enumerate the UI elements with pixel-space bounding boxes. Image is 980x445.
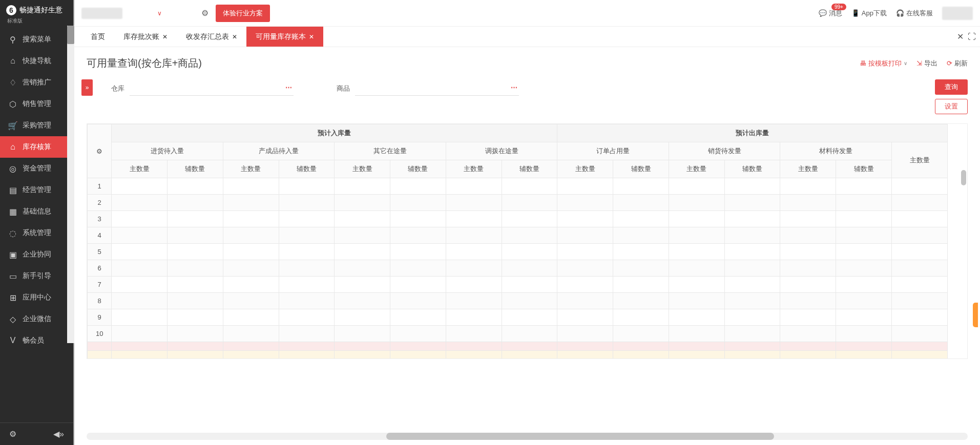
tab-close-icon[interactable]: ✕ — [162, 33, 168, 40]
tab-收发存汇总表[interactable]: 收发存汇总表✕ — [177, 27, 246, 47]
refresh-icon: ⟳ — [947, 59, 952, 67]
cell — [502, 293, 557, 309]
cell — [446, 227, 502, 244]
cell — [780, 342, 836, 351]
sidebar-item-app-center[interactable]: ⊞应用中心 — [0, 287, 73, 308]
cell — [390, 260, 446, 277]
row-number: 6 — [88, 260, 112, 277]
sidebar-item-guide[interactable]: ▭新手引导 — [0, 265, 73, 287]
cell — [223, 195, 279, 211]
sidebar-item-system[interactable]: ◌系统管理 — [0, 222, 73, 244]
cell — [168, 351, 223, 359]
table-horizontal-thumb[interactable] — [386, 433, 774, 440]
company-name-blurred — [81, 8, 122, 19]
cell — [502, 326, 557, 342]
cell — [223, 277, 279, 293]
warehouse-input[interactable] — [130, 81, 294, 95]
user-avatar-blurred[interactable] — [942, 7, 973, 20]
sidebar-item-wechat-work[interactable]: ◇企业微信 — [0, 308, 73, 330]
cell — [613, 342, 669, 351]
messages-link[interactable]: 💬 消息 99+ — [819, 9, 842, 18]
filter-settings-button[interactable]: 设置 — [935, 99, 968, 114]
cell — [892, 309, 948, 326]
product-more-icon[interactable]: ⋯ — [511, 83, 518, 91]
export-icon: ⇲ — [916, 59, 922, 67]
try-industry-button[interactable]: 体验行业方案 — [216, 5, 270, 22]
company-selector[interactable]: ∨ — [81, 8, 194, 19]
product-input[interactable] — [355, 81, 519, 95]
header-gear-icon[interactable]: ⚙ — [199, 6, 211, 20]
cell — [279, 277, 335, 293]
cell — [557, 351, 613, 359]
cell — [446, 244, 502, 260]
col-sub: 进货待入量 — [112, 142, 223, 160]
cell — [836, 326, 892, 342]
sidebar-item-enterprise-collab[interactable]: ▣企业协同 — [0, 244, 73, 265]
sidebar-scrollbar[interactable] — [67, 26, 74, 343]
sidebar-item-quick-nav[interactable]: ⌂快捷导航 — [0, 50, 73, 72]
sidebar-item-purchase[interactable]: 🛒采购管理 — [0, 115, 73, 136]
tab-库存批次账[interactable]: 库存批次账✕ — [114, 27, 177, 47]
fullscreen-icon[interactable]: ⛶ — [968, 32, 976, 41]
cell — [335, 178, 390, 195]
sidebar-item-operations[interactable]: ▤经营管理 — [0, 179, 73, 201]
cell — [557, 227, 613, 244]
table-gear-header[interactable]: ⚙ — [88, 124, 112, 178]
sidebar-item-label: 企业微信 — [23, 314, 51, 324]
cell — [502, 277, 557, 293]
table-scroll[interactable]: ⚙预计入库量预计出库量进货待入量产成品待入量其它在途量调拨在途量订单占用量销货待… — [87, 123, 968, 359]
export-label: 导出 — [924, 59, 937, 68]
cell — [780, 244, 836, 260]
cell — [168, 227, 223, 244]
tab-首页[interactable]: 首页 — [81, 27, 114, 47]
sidebar-item-label: 采购管理 — [23, 121, 51, 130]
cell — [335, 351, 390, 359]
filter-collapse-toggle[interactable]: » — [81, 79, 93, 96]
table-horizontal-scrollbar[interactable] — [87, 433, 968, 440]
refresh-action[interactable]: ⟳ 刷新 — [947, 59, 968, 68]
cell — [780, 227, 836, 244]
sidebar-scroll-thumb[interactable] — [67, 26, 74, 44]
sidebar: 6 畅捷通好生意 标准版 ⚲搜索菜单⌂快捷导航♢营销推广⬡销售管理🛒采购管理⌂库… — [0, 0, 74, 445]
float-side-button[interactable] — [973, 303, 978, 327]
online-service-link[interactable]: 🎧 在线客服 — [896, 9, 933, 18]
tab-close-icon[interactable]: ✕ — [232, 33, 237, 40]
page-header: 可用量查询(按仓库+商品) 🖶 按模板打印 ∨ ⇲ 导出 ⟳ 刷新 — [74, 47, 980, 76]
table-vertical-scrollbar[interactable] — [961, 170, 966, 293]
cell — [390, 277, 446, 293]
cell — [112, 277, 168, 293]
export-action[interactable]: ⇲ 导出 — [916, 59, 937, 68]
sidebar-item-label: 企业协同 — [23, 250, 51, 259]
sidebar-item-basic-info[interactable]: ▦基础信息 — [0, 201, 73, 222]
row-number: 5 — [88, 244, 112, 260]
cell — [836, 195, 892, 211]
sidebar-item-marketing[interactable]: ♢营销推广 — [0, 72, 73, 93]
product-label: 商品 — [324, 84, 350, 93]
sidebar-item-inventory[interactable]: ⌂库存核算 — [0, 136, 73, 158]
settings-icon[interactable]: ⚙ — [9, 429, 16, 439]
table-vertical-thumb[interactable] — [961, 170, 966, 185]
collapse-icon[interactable]: ◀» — [53, 429, 64, 439]
close-all-tabs-icon[interactable]: ✕ — [957, 32, 964, 41]
cell — [724, 342, 780, 351]
cell — [836, 227, 892, 244]
table-row: 5 — [88, 244, 948, 260]
tab-可用量库存账本[interactable]: 可用量库存账本✕ — [246, 27, 323, 47]
row-number: 7 — [88, 277, 112, 293]
warehouse-more-icon[interactable]: ⋯ — [285, 83, 293, 91]
tab-close-icon[interactable]: ✕ — [309, 33, 314, 40]
sidebar-item-search-menu[interactable]: ⚲搜索菜单 — [0, 29, 73, 50]
cell — [335, 293, 390, 309]
sidebar-item-member[interactable]: V畅会员 — [0, 330, 73, 351]
sidebar-item-sales[interactable]: ⬡销售管理 — [0, 93, 73, 115]
app-center-icon: ⊞ — [8, 293, 17, 302]
funds-icon: ◎ — [8, 164, 17, 173]
app-download-link[interactable]: 📱 App下载 — [851, 9, 887, 18]
col-aux-qty: 辅数量 — [836, 160, 892, 178]
cell — [836, 277, 892, 293]
sidebar-item-label: 搜索菜单 — [23, 35, 51, 44]
query-button[interactable]: 查询 — [935, 79, 968, 95]
print-template-action[interactable]: 🖶 按模板打印 ∨ — [860, 59, 907, 68]
cell — [502, 178, 557, 195]
sidebar-item-funds[interactable]: ◎资金管理 — [0, 158, 73, 179]
